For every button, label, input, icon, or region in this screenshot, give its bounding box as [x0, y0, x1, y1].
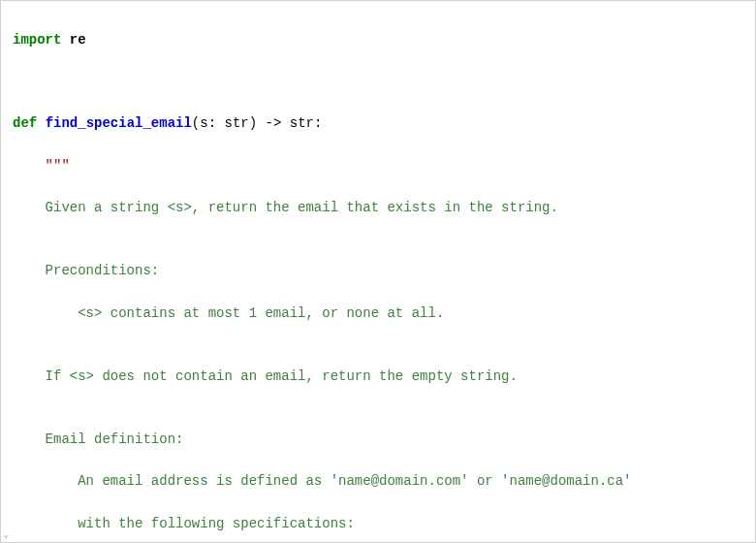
docstring-text: <s> contains at most 1 email, or none at…: [46, 305, 445, 321]
code-line: Email definition:: [13, 430, 743, 451]
colon: :: [208, 115, 225, 131]
keyword-import: import: [13, 32, 61, 48]
code-line: def find_special_email(s: str) -> str:: [13, 113, 743, 135]
paren-close: ): [249, 115, 266, 131]
arg-name: s: [200, 115, 207, 131]
code-line: If <s> does not contain an email, return…: [13, 367, 743, 388]
code-line: import re: [13, 30, 743, 51]
indent: [13, 473, 46, 489]
space: [61, 32, 69, 48]
paren-open: (: [192, 115, 200, 131]
type-annotation: str: [224, 115, 248, 131]
space: [37, 115, 45, 131]
code-editor[interactable]: import re def find_special_email(s: str)…: [0, 0, 756, 543]
docstring-text: with the following specifications:: [46, 516, 355, 531]
docstring-quote: """: [46, 158, 70, 174]
indent: [13, 368, 46, 384]
indent: [13, 263, 46, 278]
docstring-text: Email definition:: [46, 431, 184, 447]
code-line: Given a string <s>, return the email tha…: [13, 198, 743, 219]
arrow: ->: [266, 115, 290, 131]
code-line: An email address is defined as 'name@dom…: [13, 471, 743, 493]
indent: [13, 158, 46, 174]
colon: :: [314, 115, 322, 131]
indent: [13, 516, 46, 531]
code-line: with the following specifications:: [13, 514, 743, 535]
docstring-text: If <s> does not contain an email, return…: [46, 368, 518, 384]
keyword-def: def: [13, 115, 37, 131]
docstring-text: Preconditions:: [46, 263, 160, 278]
code-line: Preconditions:: [13, 261, 743, 282]
module-name: re: [70, 32, 86, 48]
code-line: """: [13, 156, 743, 177]
code-line: <s> contains at most 1 email, or none at…: [13, 303, 743, 325]
docstring-text: An email address is defined as 'name@dom…: [46, 473, 632, 489]
indent: [13, 305, 46, 321]
function-name: find_special_email: [46, 115, 192, 131]
indent: [13, 200, 46, 215]
chevron-down-icon[interactable]: ⌄: [3, 529, 10, 540]
indent: [13, 431, 46, 447]
return-type: str: [290, 115, 314, 131]
docstring-text: Given a string <s>, return the email tha…: [46, 200, 558, 215]
